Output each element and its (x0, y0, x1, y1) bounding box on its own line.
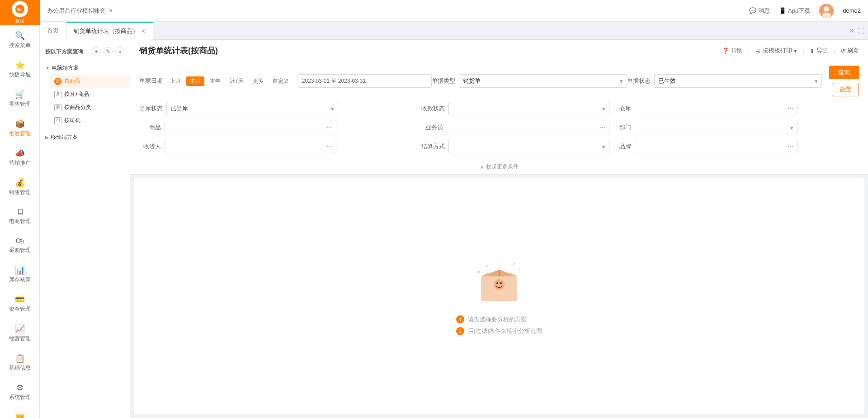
app-download-btn[interactable]: 📱 App下载 (779, 7, 810, 15)
brand-label: 品牌 (609, 142, 635, 151)
help-label: 帮助 (731, 47, 743, 55)
tab-close-all-icon[interactable]: ✕ (849, 27, 854, 34)
edit-scheme-btn[interactable]: ✎ (104, 47, 113, 56)
message-icon: 💬 (749, 7, 756, 14)
scheme-by-category[interactable]: 目 按商品分类 (49, 101, 130, 114)
dept-label: 部门 (609, 124, 635, 132)
app-download-label: App下载 (788, 7, 810, 15)
collect-status-arrow-icon: ▾ (602, 105, 605, 112)
sidebar-item-enterprise[interactable]: 🤝 企业协同 (0, 407, 39, 418)
sidebar-item-ecommerce-label: 电商管理 (9, 218, 31, 225)
date-range-display[interactable]: 2023-03-01 至 2023-03-31 (298, 74, 432, 88)
salesperson-label: 业务员 (421, 124, 447, 132)
scheme-by-driver[interactable]: 司 按司机 (49, 114, 130, 127)
help-btn[interactable]: ❓ 帮助 (722, 47, 743, 55)
tab-close-icon[interactable]: ✕ (141, 28, 146, 34)
tab-home-label: 首页 (47, 27, 59, 35)
empty-state: 1 请先选择要分析的方案 2 用[过滤]条件来缩小分析范围 (134, 178, 864, 414)
date-this-year[interactable]: 本年 (206, 76, 224, 86)
print-btn[interactable]: 🖨 按模板打印 ▾ (755, 47, 797, 55)
logo[interactable]: 畅 标搜 (0, 0, 40, 25)
date-shortcuts: 上月 本月 本年 近7天 更多 自定义 (166, 76, 292, 86)
top-header: 办公用品行业模拟账套 ▾ 💬 消息 📱 App下载 demo2 (40, 0, 868, 22)
sidebar-item-shortcut[interactable]: ⭐ 快捷导航 (0, 55, 39, 84)
sidebar-item-sales[interactable]: 💰 销售管理 (0, 172, 39, 202)
svg-point-3 (824, 6, 829, 12)
date-more[interactable]: 更多 (249, 76, 267, 86)
filter-brand: 品牌 ··· (609, 140, 797, 153)
collect-status-select[interactable]: ▾ (448, 102, 609, 115)
tab-maximize-icon[interactable]: ⛶ (858, 27, 864, 34)
bill-status-select[interactable]: 已生效 ▾ (654, 74, 822, 88)
sidebar-item-finance[interactable]: 💳 资金管理 (0, 289, 39, 318)
operation-icon: 📈 (15, 324, 25, 334)
sidebar-item-shortcut-label: 快捷导航 (9, 71, 31, 79)
sidebar-item-inventory[interactable]: 📊 库存核算 (0, 260, 39, 289)
industry-selector[interactable]: 办公用品行业模拟账套 ▾ (47, 7, 113, 15)
print-dropdown-icon: ▾ (794, 48, 797, 54)
sidebar-item-operation-label: 经营管理 (9, 335, 31, 342)
warehouse-select[interactable]: ··· (635, 102, 797, 115)
receiver-dots-icon: ··· (326, 142, 332, 151)
message-btn[interactable]: 💬 消息 (749, 7, 770, 15)
sidebar-item-basic-label: 基础信息 (9, 364, 31, 372)
collapse-label: 收起更多条件 (486, 163, 519, 171)
sidebar-item-operation[interactable]: 📈 经营管理 (0, 318, 39, 348)
sidebar-item-purchase[interactable]: 🛍 采购管理 (0, 231, 39, 260)
query-button[interactable]: 查询 (829, 66, 859, 79)
sidebar-item-inventory-label: 库存核算 (9, 276, 31, 284)
settings-button[interactable]: 设置 (832, 83, 859, 96)
tab-home[interactable]: 首页 (40, 22, 66, 40)
sidebar-item-retail[interactable]: 🛒 零售管理 (0, 84, 39, 114)
inventory-icon: 📊 (15, 265, 25, 275)
add-scheme-btn[interactable]: + (92, 47, 101, 56)
scheme-by-goods[interactable]: 按 按商品 (49, 75, 130, 88)
sidebar-menu: 🔍 搜索菜单 ⭐ 快捷导航 🛒 零售管理 📦 批发管理 📣 营销推广 💰 销售管… (0, 25, 39, 418)
chevron-down-icon: ▼ (45, 66, 50, 71)
bill-type-value: 销货单 (463, 77, 481, 85)
help-icon: ❓ (722, 48, 729, 54)
warehouse-label: 仓库 (609, 104, 635, 113)
scheme-by-month-icon: 月 (54, 91, 61, 98)
out-status-select[interactable]: 已出库 ▾ (166, 102, 338, 115)
sidebar-item-wholesale[interactable]: 📦 批发管理 (0, 114, 39, 143)
goods-select[interactable]: ··· (165, 121, 336, 134)
out-status-value: 已出库 (170, 104, 188, 113)
pc-scheme-group-header[interactable]: ▼ 电脑端方案 (40, 62, 130, 75)
sidebar-item-system[interactable]: ⚙ 系统管理 (0, 377, 39, 407)
date-custom[interactable]: 自定义 (269, 76, 292, 86)
payment-select[interactable]: ▾ (448, 140, 609, 153)
user-avatar[interactable] (819, 4, 834, 18)
date-last-month[interactable]: 上月 (166, 76, 184, 86)
bill-type-select[interactable]: 销货单 ▾ (459, 74, 627, 88)
salesperson-select[interactable]: ··· (447, 121, 609, 134)
sidebar-item-ecommerce[interactable]: 🖥 电商管理 (0, 202, 39, 231)
export-btn[interactable]: ⬆ 导出 (810, 47, 828, 55)
user-name: demo2 (843, 7, 861, 14)
svg-point-9 (500, 282, 502, 284)
brand-select[interactable]: ··· (635, 140, 797, 153)
dept-select[interactable]: ▾ (635, 121, 797, 134)
tab-sales-stat[interactable]: 销货单统计表（按商品） ✕ (66, 22, 153, 40)
filter-goods: 商品 ··· (139, 121, 421, 134)
step-2-text: 用[过滤]条件来缩小分析范围 (468, 327, 542, 335)
date-this-month[interactable]: 本月 (186, 76, 204, 86)
refresh-btn[interactable]: ↺ 刷新 (840, 47, 859, 55)
scheme-by-month-goods[interactable]: 月 按月+商品 (49, 88, 130, 101)
collapse-filters-btn[interactable]: ∧ 收起更多条件 (480, 163, 519, 171)
page-actions: ❓ 帮助 | 🖨 按模板打印 ▾ | ⬆ 导出 | (722, 47, 859, 55)
receiver-select[interactable]: ··· (165, 140, 336, 153)
date-last-7-days[interactable]: 近7天 (226, 76, 247, 86)
collapse-panel-btn[interactable]: « (115, 47, 124, 56)
marketing-icon: 📣 (15, 148, 25, 158)
sidebar-item-search[interactable]: 🔍 搜索菜单 (0, 25, 39, 55)
mobile-scheme-group-header[interactable]: ▶ 移动端方案 (40, 131, 130, 144)
step-2-num: 2 (456, 327, 464, 335)
svg-point-7 (494, 279, 505, 290)
refresh-label: 刷新 (847, 47, 859, 55)
print-label: 按模板打印 (763, 47, 792, 55)
out-status-arrow-icon: ▾ (331, 105, 334, 112)
scheme-by-goods-icon: 按 (54, 78, 61, 85)
sidebar-item-basic[interactable]: 📋 基础信息 (0, 348, 39, 377)
sidebar-item-marketing[interactable]: 📣 营销推广 (0, 143, 39, 172)
